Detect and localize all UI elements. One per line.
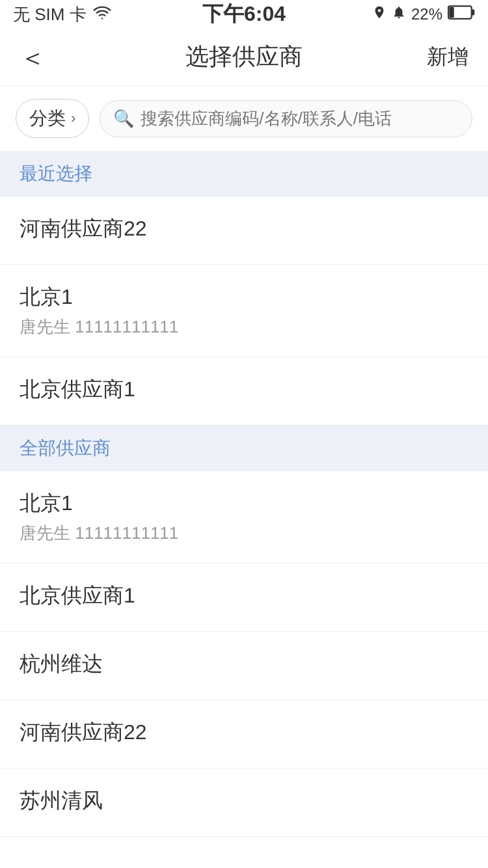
filter-bar: 分类 › 🔍 xyxy=(0,86,488,151)
recent-list-item[interactable]: 北京1唐先生 11111111111 xyxy=(0,265,488,357)
search-input[interactable] xyxy=(141,109,459,129)
status-left: 无 SIM 卡 xyxy=(13,3,111,26)
battery-label: 22% xyxy=(411,5,442,23)
all-list-item[interactable]: 苏州清风 xyxy=(0,768,488,837)
category-label: 分类 xyxy=(29,106,66,131)
recent-section-header: 最近选择 xyxy=(0,151,488,197)
status-time: 下午6:04 xyxy=(202,0,286,29)
all-list: 北京1唐先生 11111111111北京供应商1杭州维达河南供应商22苏州清风 xyxy=(0,471,488,837)
all-list-item[interactable]: 河南供应商22 xyxy=(0,700,488,768)
alarm-icon xyxy=(392,5,406,23)
recent-list: 河南供应商22北京1唐先生 11111111111北京供应商1 xyxy=(0,197,488,426)
item-sub: 唐先生 11111111111 xyxy=(20,522,468,545)
all-list-item[interactable]: 杭州维达 xyxy=(0,632,488,700)
item-name: 河南供应商22 xyxy=(20,718,468,747)
item-name: 北京1 xyxy=(20,489,468,518)
wifi-icon xyxy=(93,3,111,26)
svg-rect-3 xyxy=(449,7,454,18)
svg-rect-2 xyxy=(472,10,475,16)
status-right: 22% xyxy=(372,5,475,23)
search-box[interactable]: 🔍 xyxy=(100,100,472,137)
all-header-label: 全部供应商 xyxy=(20,438,111,458)
item-name: 北京供应商1 xyxy=(20,582,468,610)
item-sub: 唐先生 11111111111 xyxy=(20,316,468,338)
item-name: 河南供应商22 xyxy=(20,215,468,243)
back-button[interactable]: ＜ xyxy=(13,38,52,77)
recent-header-label: 最近选择 xyxy=(20,163,92,183)
battery-icon xyxy=(448,5,475,23)
status-bar: 无 SIM 卡 下午6:04 22% xyxy=(0,0,488,29)
sim-label: 无 SIM 卡 xyxy=(13,3,87,26)
svg-point-0 xyxy=(102,18,103,19)
item-name: 杭州维达 xyxy=(20,650,468,679)
item-name: 北京供应商1 xyxy=(20,375,468,404)
recent-list-item[interactable]: 河南供应商22 xyxy=(0,197,488,265)
nav-bar: ＜ 选择供应商 新增 xyxy=(0,29,488,86)
recent-list-item[interactable]: 北京供应商1 xyxy=(0,357,488,426)
all-section-header: 全部供应商 xyxy=(0,426,488,471)
item-name: 苏州清风 xyxy=(20,787,468,815)
all-list-item[interactable]: 北京供应商1 xyxy=(0,563,488,632)
add-button[interactable]: 新增 xyxy=(427,43,468,72)
chevron-icon: › xyxy=(71,110,75,127)
search-icon: 🔍 xyxy=(113,109,134,129)
all-list-item[interactable]: 北京1唐先生 11111111111 xyxy=(0,471,488,563)
category-button[interactable]: 分类 › xyxy=(16,99,89,138)
location-icon xyxy=(372,5,386,23)
page-title: 选择供应商 xyxy=(185,41,303,73)
item-name: 北京1 xyxy=(20,283,468,312)
